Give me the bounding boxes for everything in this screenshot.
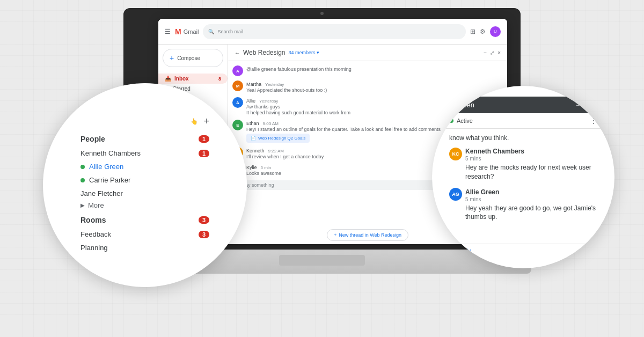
msg-sender: Allie [246,98,255,104]
inbox-icon: 📥 [165,76,171,82]
thread-title: Web Redesign [243,49,286,56]
message-item: M Martha Yesterday Yea! Appreciated the … [232,80,503,93]
msg-text: @allie greene fabulous presentation this… [246,67,352,72]
thread-members[interactable]: 34 members ▾ [289,50,320,55]
left-popup-circle: 👆 + People 1 Kenneth Chambers 1 Allie Gr… [43,83,247,287]
msg-time: 9:22 AM [268,149,284,153]
chat-sender-allie: Allie Green [465,188,499,196]
msg-time: Yesterday [259,99,278,104]
person-item-kenneth[interactable]: Kenneth Chambers 1 [80,146,209,160]
rooms-section-header: Rooms 3 [80,216,209,224]
plus-icon: + [334,232,336,238]
thread-controls: − ⤢ × [484,50,501,56]
more-label: More [88,201,104,209]
feedback-badge: 3 [199,231,209,238]
msg-time: Yesterday [265,82,284,87]
gmail-header: M Gmail 🔍 Search mail ⊞ ⚙ U [158,19,507,45]
avatar-allie: A [232,65,243,76]
more-item[interactable]: ▶ More [80,201,209,209]
compose-label: Compose [177,55,200,61]
person-item-jane[interactable]: Jane Fletcher [80,187,209,200]
chat-msg-text-allie: Hey yeah they are good to go, we got Jam… [465,204,597,222]
rooms-badge: 3 [199,216,209,224]
msg-sender: Kylie [246,165,257,170]
close-icon[interactable]: × [497,50,501,56]
msg-content: Martha Yesterday Yea! Appreciated the sh… [246,80,503,93]
chat-msg-time-allie: 5 mins [465,196,499,202]
msg-sender: Kenneth [246,148,265,153]
thread-header: ← Web Redesign 34 members ▾ − ⤢ × [228,45,507,61]
search-placeholder-text: Search mail [217,29,243,34]
people-section-header: People 1 [80,135,209,143]
right-popup-circle: e Green − ⤢ × Active ⋮ know what you thi… [432,86,614,268]
sidebar-item-inbox[interactable]: 📥 Inbox 8 [158,74,228,84]
inbox-badge: 8 [218,76,221,82]
gmail-label: Gmail [184,28,199,35]
chat-avatar-allie: AG [449,188,462,201]
status-label: Active [457,118,473,124]
planning-label: Planning [80,244,108,252]
grid-icon[interactable]: ⊞ [470,28,475,35]
chat-msg-text-kenneth: Hey are the mocks ready for next week us… [465,163,597,181]
chat-avatar-kenneth: KC [449,148,462,160]
search-icon: 🔍 [208,29,214,34]
msg-sender: Ethan [246,121,259,126]
gmail-search-bar[interactable]: 🔍 Search mail [203,24,466,39]
avatar[interactable]: U [490,26,501,37]
msg-time: 5 min [261,165,272,170]
settings-icon[interactable]: ⚙ [480,28,486,35]
chat-msg-header-allie: AG Allie Green 5 mins [449,187,597,202]
msg-content: @allie greene fabulous presentation this… [246,65,503,72]
minimize-icon[interactable]: − [484,50,487,56]
laptop-trackpad[interactable] [279,255,365,266]
person-item-allie[interactable]: Allie Green [80,160,209,173]
msg-text: Yea! Appreciated the shout-outs too :) [246,87,503,93]
rooms-title: Rooms [80,216,106,224]
attachment-chip[interactable]: 📄 Web Redesign Q2 Goals [246,134,310,143]
rooms-section: Rooms 3 Feedback 3 Planning [80,216,209,254]
status-bar: Active ⋮ [443,113,604,129]
avatar-allie2: A [232,97,243,108]
people-title: People [80,135,105,143]
cursor-placeholder: 👆 [191,118,198,125]
msg-meta-allie: Allie Green 5 mins [465,187,499,202]
avatar-martha: M [232,80,243,91]
people-badge: 1 [199,135,209,143]
person-name-carrie: Carrie Parker [89,176,130,184]
attachment-label: Web Redesign Q2 Goals [258,136,305,141]
compose-button[interactable]: + Compose [163,49,223,67]
kenneth-badge: 1 [199,150,209,157]
msg-meta: Kenneth Chambers 5 mins [465,146,524,162]
back-icon[interactable]: ← [235,50,240,56]
person-name-kenneth: Kenneth Chambers [80,149,141,157]
header-icons: ⊞ ⚙ U [470,26,501,37]
top-bar: 👆 + [80,116,209,127]
avatar-ethan: E [232,120,243,130]
left-popup-content: 👆 + People 1 Kenneth Chambers 1 Allie Gr… [64,105,225,265]
expand-icon[interactable]: ⤢ [490,50,494,56]
chat-msg-header: KC Kenneth Chambers 5 mins [449,146,597,162]
chat-sender-kenneth: Kenneth Chambers [465,148,524,155]
expand-icon: ▶ [80,202,85,208]
room-item-planning[interactable]: Planning [80,241,209,254]
chat-messages-area: know what you think. KC Kenneth Chambers… [443,129,604,244]
gmail-logo: M Gmail [175,27,199,36]
room-item-feedback[interactable]: Feedback 3 [80,228,209,241]
camera [320,12,324,15]
online-indicator-carrie [80,178,85,182]
add-person-button[interactable]: + [203,116,209,127]
person-name-jane: Jane Fletcher [80,189,123,197]
doc-icon: 📄 [251,136,256,141]
compose-icon: + [170,54,174,62]
right-popup-content: e Green − ⤢ × Active ⋮ know what you thi… [443,97,604,258]
feedback-label: Feedback [80,230,111,238]
hamburger-icon[interactable] [165,28,171,35]
new-thread-label: New thread in Web Redesign [339,232,401,238]
person-name-allie: Allie Green [89,163,123,171]
person-item-carrie[interactable]: Carrie Parker [80,173,209,187]
intro-text: know what you think. [449,134,597,142]
chat-message-allie: AG Allie Green 5 mins Hey yeah they are … [449,187,597,222]
new-thread-button[interactable]: + New thread in Web Redesign [327,229,408,241]
chat-msg-time-kenneth: 5 mins [465,156,524,162]
gmail-m-icon: M [175,27,181,36]
